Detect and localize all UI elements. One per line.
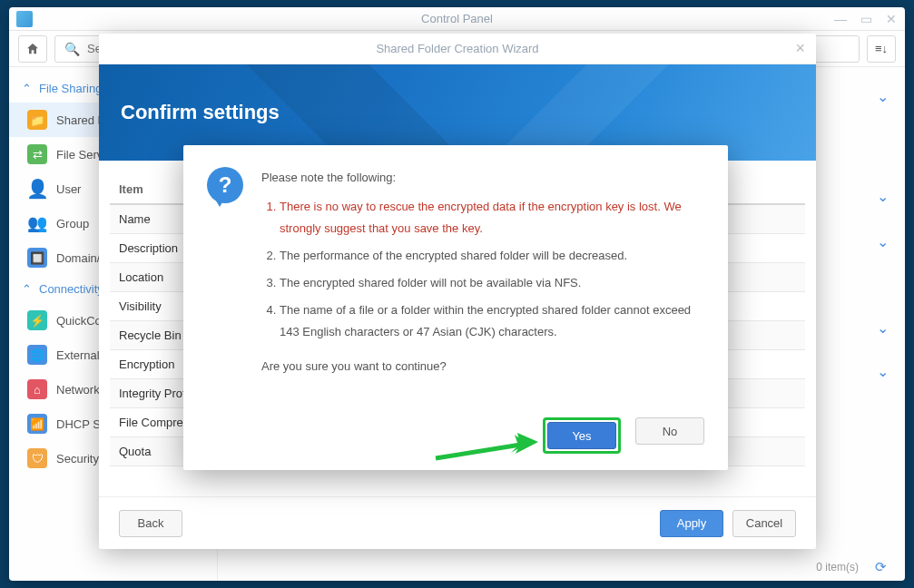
wizard-title: Shared Folder Creation Wizard — [376, 42, 538, 55]
yes-button[interactable]: Yes — [547, 422, 616, 449]
status-bar: 0 item(s) ⟳ — [816, 559, 887, 575]
sidebar-item-label: Security — [56, 452, 99, 466]
wizard-titlebar: Shared Folder Creation Wizard × — [99, 34, 816, 64]
file-services-icon: ⇄ — [27, 144, 47, 164]
question-icon: ? — [207, 167, 243, 203]
chevron-down-icon: ⌄ — [877, 88, 889, 105]
titlebar: Control Panel — ▭ ✕ — [9, 7, 905, 31]
search-icon: 🔍 — [64, 42, 80, 56]
confirm-content: ? Please note the following: There is no… — [207, 167, 704, 377]
chevron-up-icon: ⌃ — [22, 82, 32, 95]
items-count: 0 item(s) — [816, 561, 859, 573]
home-icon — [25, 42, 40, 56]
wizard-footer: Back Apply Cancel — [99, 496, 816, 549]
confirm-item: The performance of the encrypted shared … — [280, 245, 704, 267]
shield-icon: 🛡 — [27, 448, 47, 468]
chevron-down-icon: ⌄ — [877, 188, 889, 205]
apply-button[interactable]: Apply — [660, 510, 723, 537]
minimize-button[interactable]: — — [834, 13, 847, 25]
annotation-arrow — [431, 431, 549, 467]
network-icon: ⌂ — [27, 379, 47, 399]
dhcp-icon: 📶 — [27, 414, 47, 434]
shared-folder-icon: 📁 — [27, 110, 47, 130]
home-button[interactable] — [18, 35, 47, 63]
chevron-down-icon: ⌄ — [877, 319, 889, 337]
user-icon: 👤 — [27, 179, 47, 199]
sidebar-item-label: Group — [56, 217, 89, 230]
sidebar-item-label: User — [56, 182, 81, 196]
wizard-close-button[interactable]: × — [795, 39, 805, 58]
quickconnect-icon: ⚡ — [27, 310, 47, 330]
confirm-dialog: ? Please note the following: There is no… — [183, 145, 728, 470]
section-label: File Sharing — [39, 82, 102, 95]
yes-highlight-box: Yes — [543, 417, 621, 454]
confirm-question: Are you sure you want to continue? — [261, 356, 704, 377]
confirm-item: The name of a file or a folder within th… — [280, 299, 704, 343]
maximize-button[interactable]: ▭ — [860, 13, 872, 25]
group-icon: 👥 — [27, 213, 47, 233]
confirm-text: Please note the following: There is no w… — [261, 167, 704, 377]
confirm-item: The encrypted shared folder will not be … — [280, 272, 704, 294]
window-controls: — ▭ ✕ — [834, 13, 898, 25]
no-button[interactable]: No — [635, 417, 704, 445]
confirm-intro: Please note the following: — [261, 167, 704, 189]
domain-icon: 🔲 — [27, 248, 47, 268]
close-button[interactable]: ✕ — [885, 13, 898, 25]
globe-icon: 🌐 — [27, 345, 47, 365]
refresh-button[interactable]: ⟳ — [875, 559, 887, 575]
sidebar-item-label: Network — [56, 383, 100, 397]
sort-button[interactable]: ≡↓ — [867, 35, 896, 63]
app-icon — [16, 11, 33, 27]
chevron-up-icon: ⌃ — [22, 282, 32, 296]
chevron-down-icon: ⌄ — [877, 363, 889, 380]
back-button[interactable]: Back — [119, 510, 182, 537]
section-label: Connectivity — [39, 282, 103, 296]
window-title: Control Panel — [421, 12, 493, 25]
banner-title: Confirm settings — [121, 101, 280, 124]
cancel-button[interactable]: Cancel — [732, 510, 796, 537]
chevron-down-icon: ⌄ — [877, 233, 889, 250]
confirm-list: There is no way to rescue the encrypted … — [280, 196, 704, 343]
confirm-item-warning: There is no way to rescue the encrypted … — [280, 196, 704, 240]
